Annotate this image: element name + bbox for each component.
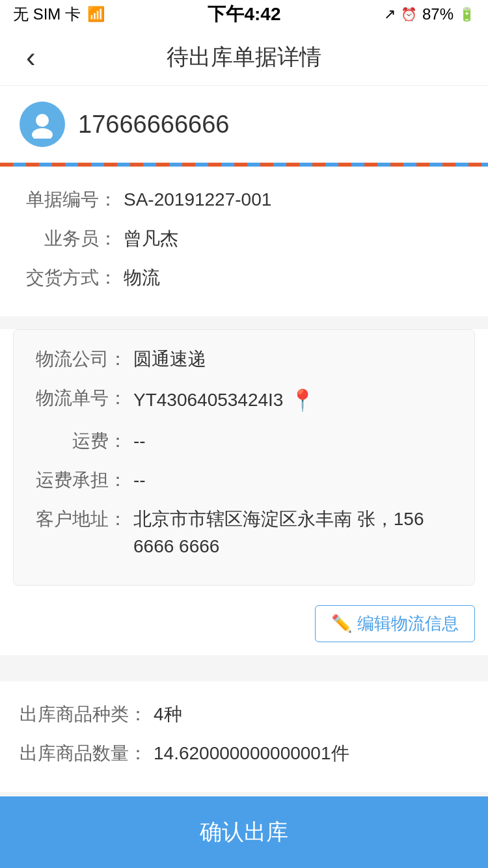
back-button[interactable]: ‹ bbox=[20, 34, 42, 80]
quantity-value: 14.620000000000001件 bbox=[154, 740, 468, 767]
types-row: 出库商品种类： 4种 bbox=[20, 701, 468, 728]
logistics-company-label: 物流公司： bbox=[29, 346, 133, 373]
logistics-address-row: 客户地址： 北京市市辖区海淀区永丰南 张，156 6666 6666 bbox=[29, 506, 459, 560]
location-status-icon: ↗ bbox=[384, 6, 396, 23]
alarm-icon: ⏰ bbox=[401, 7, 417, 22]
order-no-label: 单据编号： bbox=[20, 186, 124, 213]
customer-phone: 17666666666 bbox=[78, 111, 229, 139]
wifi-icon: 📶 bbox=[87, 6, 105, 23]
customer-header: 17666666666 bbox=[0, 86, 488, 163]
logistics-address-value: 北京市市辖区海淀区永丰南 张，156 6666 6666 bbox=[133, 506, 459, 560]
battery-icon: 🔋 bbox=[459, 7, 475, 22]
edit-btn-label: 编辑物流信息 bbox=[357, 612, 459, 635]
nav-bar: ‹ 待出库单据详情 bbox=[0, 29, 488, 86]
page-title: 待出库单据详情 bbox=[167, 42, 321, 72]
carrier-text: 无 SIM 卡 bbox=[13, 4, 81, 25]
delivery-value: 物流 bbox=[124, 264, 468, 292]
order-no-value: SA-20191227-001 bbox=[124, 186, 468, 213]
sales-person-row: 业务员： 曾凡杰 bbox=[20, 225, 468, 252]
status-right: ↗ ⏰ 87% 🔋 bbox=[384, 5, 475, 23]
status-bar: 无 SIM 卡 📶 下午4:42 ↗ ⏰ 87% 🔋 bbox=[0, 0, 488, 29]
tracking-no-text: YT43064053424I3 bbox=[133, 387, 283, 414]
logistics-company-row: 物流公司： 圆通速递 bbox=[29, 346, 459, 373]
svg-point-0 bbox=[36, 114, 49, 127]
basic-info-section: 单据编号： SA-20191227-001 业务员： 曾凡杰 交货方式： 物流 bbox=[0, 167, 488, 316]
sales-person-label: 业务员： bbox=[20, 225, 124, 252]
delivery-row: 交货方式： 物流 bbox=[20, 264, 468, 292]
stats-section: 出库商品种类： 4种 出库商品数量： 14.620000000000001件 bbox=[0, 681, 488, 792]
section-divider-1 bbox=[0, 668, 488, 681]
logistics-address-label: 客户地址： bbox=[29, 506, 133, 533]
edit-logistics-button[interactable]: ✏️ 编辑物流信息 bbox=[315, 605, 475, 642]
logistics-company-value: 圆通速递 bbox=[133, 346, 459, 373]
sales-person-value: 曾凡杰 bbox=[124, 225, 468, 252]
logistics-tracking-row: 物流单号： YT43064053424I3 📍 bbox=[29, 385, 459, 416]
content-area: 17666666666 单据编号： SA-20191227-001 业务员： 曾… bbox=[0, 86, 488, 868]
logistics-card: 物流公司： 圆通速递 物流单号： YT43064053424I3 📍 运费： -… bbox=[13, 329, 475, 586]
logistics-freight-value: -- bbox=[133, 427, 459, 455]
types-label: 出库商品种类： bbox=[20, 701, 154, 728]
logistics-tracking-value: YT43064053424I3 📍 bbox=[133, 385, 459, 416]
quantity-label: 出库商品数量： bbox=[20, 740, 154, 767]
confirm-bar[interactable]: 确认出库 bbox=[0, 796, 488, 868]
avatar bbox=[20, 102, 65, 147]
logistics-freight-label: 运费： bbox=[29, 427, 133, 455]
logistics-section: 物流公司： 圆通速递 物流单号： YT43064053424I3 📍 运费： -… bbox=[0, 329, 488, 655]
logistics-freight-bearer-row: 运费承担： -- bbox=[29, 467, 459, 494]
logistics-tracking-label: 物流单号： bbox=[29, 385, 133, 412]
svg-point-1 bbox=[32, 128, 53, 139]
status-left: 无 SIM 卡 📶 bbox=[13, 4, 105, 25]
logistics-freight-bearer-label: 运费承担： bbox=[29, 467, 133, 494]
logistics-freight-bearer-value: -- bbox=[133, 467, 459, 494]
edit-icon: ✏️ bbox=[331, 614, 352, 634]
order-no-row: 单据编号： SA-20191227-001 bbox=[20, 186, 468, 213]
tracking-location-icon[interactable]: 📍 bbox=[290, 385, 316, 416]
edit-btn-row: ✏️ 编辑物流信息 bbox=[0, 599, 488, 655]
quantity-row: 出库商品数量： 14.620000000000001件 bbox=[20, 740, 468, 767]
logistics-freight-row: 运费： -- bbox=[29, 427, 459, 455]
status-time: 下午4:42 bbox=[208, 2, 280, 27]
delivery-label: 交货方式： bbox=[20, 264, 124, 292]
confirm-button-label: 确认出库 bbox=[200, 817, 288, 847]
types-value: 4种 bbox=[154, 701, 468, 728]
battery-text: 87% bbox=[422, 5, 454, 23]
